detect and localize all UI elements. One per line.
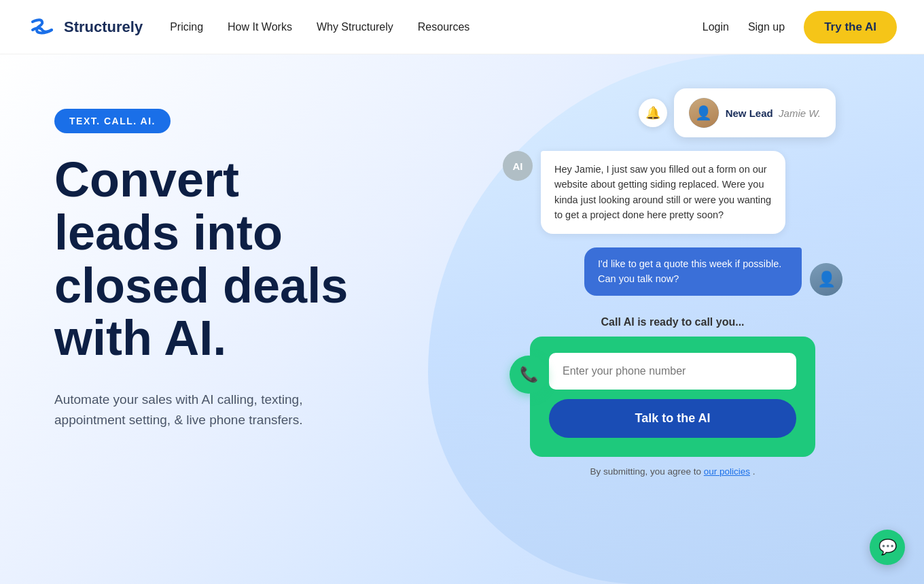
user-avatar-image: 👤 [810, 263, 842, 296]
nav-link-resources[interactable]: Resources [418, 21, 469, 33]
new-lead-text: New Lead Jamie W. [726, 107, 821, 119]
ai-message-row: AI Hey Jamie, I just saw you filled out … [496, 151, 849, 234]
lead-avatar-image: 👤 [689, 98, 719, 128]
call-cta-area: Call AI is ready to call you... 📞 Talk t… [496, 316, 849, 477]
user-reply-row: I'd like to get a quote this week if pos… [496, 247, 849, 296]
bell-icon: 🔔 [639, 99, 667, 127]
call-phone-button[interactable]: 📞 [510, 356, 548, 394]
policy-link[interactable]: our policies [704, 466, 750, 477]
hero-title-line1: Convert [54, 152, 239, 207]
logo-text: Structurely [64, 18, 143, 36]
call-ready-text: Call AI is ready to call you... [601, 316, 744, 328]
logo-icon [27, 12, 57, 42]
nav-link-why[interactable]: Why Structurely [317, 21, 393, 33]
hero-left: TEXT. CALL. AI. Convert leads into close… [0, 54, 421, 584]
nav-link-pricing[interactable]: Pricing [170, 21, 203, 33]
login-link[interactable]: Login [703, 21, 729, 33]
hero-title-line4: with AI. [54, 311, 226, 365]
navbar: Structurely Pricing How It Works Why Str… [0, 0, 924, 54]
hero-title-line3: closed deals [54, 258, 348, 313]
user-avatar: 👤 [810, 263, 842, 296]
phone-input[interactable] [549, 353, 796, 390]
hero-subtitle: Automate your sales with AI calling, tex… [54, 390, 367, 431]
hero-right: 🔔 👤 New Lead Jamie W. AI Hey Jamie, I ju… [421, 54, 924, 584]
hero-badge: TEXT. CALL. AI. [54, 109, 171, 133]
chat-widget-icon: 💬 [878, 538, 897, 556]
svg-rect-0 [27, 12, 57, 42]
hero-section: TEXT. CALL. AI. Convert leads into close… [0, 54, 924, 584]
nav-links: Pricing How It Works Why Structurely Res… [170, 21, 703, 33]
chat-widget-button[interactable]: 💬 [870, 530, 905, 565]
nav-right: Login Sign up Try the AI [703, 11, 897, 44]
new-lead-notification: 🔔 👤 New Lead Jamie W. [496, 88, 849, 137]
hero-title: Convert leads into closed deals with AI. [54, 154, 421, 365]
try-ai-button[interactable]: Try the AI [804, 11, 897, 44]
policy-prefix: By submitting, you agree to [590, 466, 701, 477]
chat-area: 🔔 👤 New Lead Jamie W. AI Hey Jamie, I ju… [496, 88, 849, 477]
ai-badge: AI [503, 151, 533, 181]
hero-title-line2: leads into [54, 205, 283, 260]
signup-link[interactable]: Sign up [748, 21, 785, 33]
new-lead-bubble: 👤 New Lead Jamie W. [674, 88, 836, 137]
ai-message-bubble: Hey Jamie, I just saw you filled out a f… [541, 151, 785, 234]
lead-avatar: 👤 [689, 98, 719, 128]
logo-link[interactable]: Structurely [27, 12, 143, 42]
nav-link-how-it-works[interactable]: How It Works [228, 21, 292, 33]
call-form-card: Talk to the AI [530, 337, 815, 457]
policy-text: By submitting, you agree to our policies… [590, 466, 755, 477]
new-lead-label: New Lead [726, 107, 773, 119]
new-lead-name: Jamie W. [779, 107, 821, 119]
policy-suffix: . [753, 466, 756, 477]
user-reply-bubble: I'd like to get a quote this week if pos… [584, 247, 802, 296]
phone-icon: 📞 [520, 366, 538, 383]
talk-to-ai-button[interactable]: Talk to the AI [549, 399, 796, 438]
